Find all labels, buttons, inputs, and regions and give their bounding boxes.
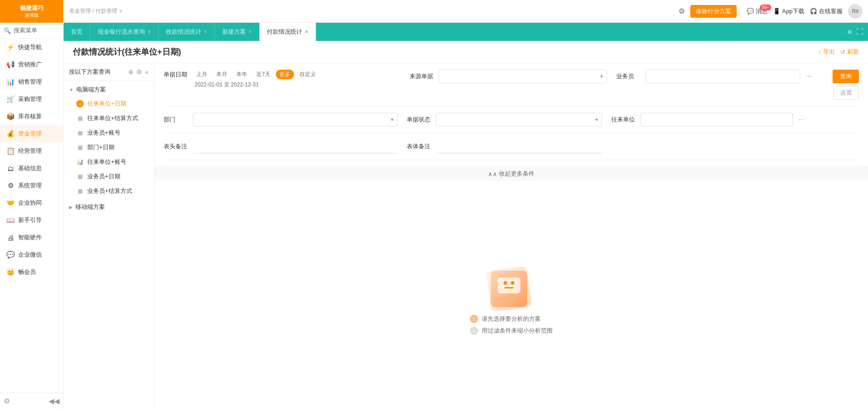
date-options: 上月 本月 本年 近7天 更多 自定义: [193, 70, 319, 79]
collapse-conditions-btn[interactable]: ∧∧ 收起更多条件: [155, 167, 868, 181]
tab-new-scheme-close[interactable]: ×: [249, 29, 252, 35]
staff-ellipsis[interactable]: ···: [804, 72, 813, 81]
app-download-btn[interactable]: 📱 App下载: [773, 7, 804, 15]
date-opt-this-month[interactable]: 本月: [213, 70, 231, 79]
tab-close-all-icon[interactable]: ✕: [847, 28, 853, 36]
sidebar-item-member[interactable]: 👑 畅会员: [0, 263, 63, 281]
sidebar-item-system[interactable]: ⚙ 系统管理: [0, 177, 63, 194]
sidebar-item-basic-info[interactable]: 🗂 基础信息: [0, 160, 63, 177]
tab-payment-stats[interactable]: 付款情况统计 ×: [259, 23, 316, 41]
sidebar-item-purchase[interactable]: 🛒 采购管理: [0, 91, 63, 108]
breadcrumb-text: 资金管理 / 付款管理: [69, 7, 117, 15]
app-label: App下载: [782, 7, 804, 15]
logo-sub: 标准版: [20, 12, 44, 19]
partner-input[interactable]: [640, 113, 793, 126]
scheme-desktop-title[interactable]: ▼ 电脑端方案: [64, 83, 154, 96]
tab-new-scheme[interactable]: 新建方案 ×: [215, 23, 259, 41]
scheme-item-dept-date[interactable]: ▦ 部门+日期: [64, 140, 154, 155]
scheme-item-label-unit-account: 往来单位+账号: [87, 158, 126, 166]
service-btn[interactable]: 🎧 在线客服: [810, 7, 843, 15]
source-select-arrow: ▾: [600, 73, 603, 80]
sidebar-item-label: 采购管理: [18, 95, 42, 103]
source-select[interactable]: ▾: [439, 70, 607, 83]
system-icon: ⚙: [6, 182, 15, 190]
tab-home[interactable]: 首页: [64, 23, 90, 41]
sidebar-item-sales[interactable]: 📊 销售管理: [0, 73, 63, 91]
sidebar-item-fund[interactable]: 💰 资金管理: [0, 125, 63, 142]
scheme-item-label-unit-date: 往来单位+日期: [87, 100, 126, 108]
wechat-icon: 💬: [6, 251, 15, 259]
sidebar-item-enterprise[interactable]: 🤝 企业协同: [0, 194, 63, 212]
dept-select[interactable]: ▾: [193, 113, 398, 126]
header-gear-icon[interactable]: ⚙: [678, 7, 685, 15]
sidebar: 畅捷通巧 标准版 🔍 搜索菜单 ⚡ 快捷导航 📢 营销推广 📊 销售管理 🛒 采…: [0, 0, 64, 409]
filter-field-header-note: 表头备注: [164, 140, 398, 153]
sidebar-item-quick-nav[interactable]: ⚡ 快捷导航: [0, 39, 63, 56]
tab-cash-flow-label: 现金银行流水查询: [98, 28, 145, 36]
partner-label: 往来单位: [611, 116, 637, 124]
date-opt-7days[interactable]: 近7天: [253, 70, 274, 79]
sidebar-item-label: 企业微信: [18, 251, 42, 259]
user-avatar[interactable]: Rit: [848, 4, 863, 19]
sidebar-bottom: ⚙ ◀◀: [0, 393, 63, 409]
staff-input[interactable]: [645, 70, 800, 83]
search-menu[interactable]: 🔍 搜索菜单: [0, 23, 63, 39]
scheme-item-unit-account[interactable]: 📊 往来单位+账号: [64, 155, 154, 169]
doc-status-select[interactable]: ▾: [436, 113, 602, 126]
sidebar-item-guide[interactable]: 📖 新手引导: [0, 212, 63, 229]
partner-ellipsis[interactable]: ···: [797, 116, 806, 124]
tab-bar-actions: ✕ ⛶: [842, 28, 868, 36]
content-area: 按以下方案查询 ⊕ ⚙ « ▼ 电脑端方案 ● 往来单位+日期: [64, 63, 868, 409]
body-note-input[interactable]: [436, 140, 602, 153]
export-label: 导出: [823, 48, 835, 56]
refresh-btn[interactable]: ↺ 刷新: [840, 48, 859, 56]
export-btn[interactable]: ↑ 导出: [818, 48, 835, 56]
header-note-input[interactable]: [193, 140, 398, 153]
sidebar-item-operation[interactable]: 📋 经营管理: [0, 142, 63, 160]
sidebar-item-wechat[interactable]: 💬 企业微信: [0, 246, 63, 263]
sidebar-item-hardware[interactable]: 🖨 智能硬件: [0, 229, 63, 246]
collapse-sidebar-icon[interactable]: ◀◀: [49, 397, 60, 405]
sidebar-item-label: 经营管理: [18, 147, 42, 155]
page-content: 付款情况统计(往来单位+日期) ↑ 导出 ↺ 刷新 按以下方案查询 ⊕: [64, 41, 868, 409]
scheme-add-btn[interactable]: ⊕: [128, 68, 134, 76]
scheme-item-unit-settle[interactable]: ▦ 往来单位+结算方式: [64, 111, 154, 126]
scheme-collapse-btn[interactable]: «: [145, 68, 149, 76]
inventory-icon: 📦: [6, 112, 15, 121]
date-opt-custom[interactable]: 自定义: [296, 70, 319, 79]
robot-eye-left: [504, 281, 507, 285]
scheme-item-icon-staff-date: ▦: [76, 173, 84, 180]
date-opt-this-year[interactable]: 本年: [233, 70, 251, 79]
tab-receipt-stats-label: 收款情况统计: [166, 28, 201, 36]
scheme-panel-header-actions: ⊕ ⚙ «: [128, 68, 149, 76]
scheme-settings-btn[interactable]: ⚙: [136, 68, 142, 76]
sidebar-item-inventory[interactable]: 📦 库存核算: [0, 108, 63, 125]
tab-cash-flow[interactable]: 现金银行流水查询 ×: [90, 23, 159, 41]
scheme-item-staff-date[interactable]: ▦ 业务员+日期: [64, 169, 154, 184]
tab-payment-stats-label: 付款情况统计: [267, 28, 302, 36]
dept-label: 部门: [164, 116, 189, 124]
tab-cash-flow-close[interactable]: ×: [148, 29, 151, 35]
date-opt-more[interactable]: 更多: [276, 70, 294, 79]
tab-expand-icon[interactable]: ⛶: [856, 28, 863, 36]
settings-bottom-icon[interactable]: ⚙: [4, 397, 10, 405]
query-btn[interactable]: 查询: [833, 70, 859, 83]
tab-receipt-stats[interactable]: 收款情况统计 ×: [159, 23, 215, 41]
scheme-item-unit-date[interactable]: ● 往来单位+日期: [64, 96, 154, 111]
marketing-icon: 📢: [6, 61, 15, 69]
doc-status-label: 单据状态: [407, 116, 432, 124]
page-title: 付款情况统计(往来单位+日期): [73, 46, 181, 57]
scheme-item-staff-settle[interactable]: ▦ 业务员+结算方式: [64, 184, 154, 198]
date-opt-last-month[interactable]: 上月: [193, 70, 211, 79]
settings-btn[interactable]: 设置: [833, 86, 859, 100]
sidebar-item-marketing[interactable]: 📢 营销推广: [0, 56, 63, 73]
sidebar-item-label: 基础信息: [18, 164, 42, 172]
sidebar-item-label: 销售管理: [18, 78, 42, 86]
message-btn[interactable]: 💬 消息 99+: [747, 7, 768, 15]
tab-receipt-stats-close[interactable]: ×: [204, 29, 207, 35]
scheme-mobile-group[interactable]: ▶ 移动端方案: [64, 200, 154, 214]
scheme-panel-label: 按以下方案查询: [69, 68, 110, 76]
industry-btn[interactable]: 体验行业方案: [690, 5, 737, 18]
scheme-item-staff-account[interactable]: ▦ 业务员+账号: [64, 126, 154, 140]
tab-payment-stats-close[interactable]: ×: [305, 29, 308, 35]
